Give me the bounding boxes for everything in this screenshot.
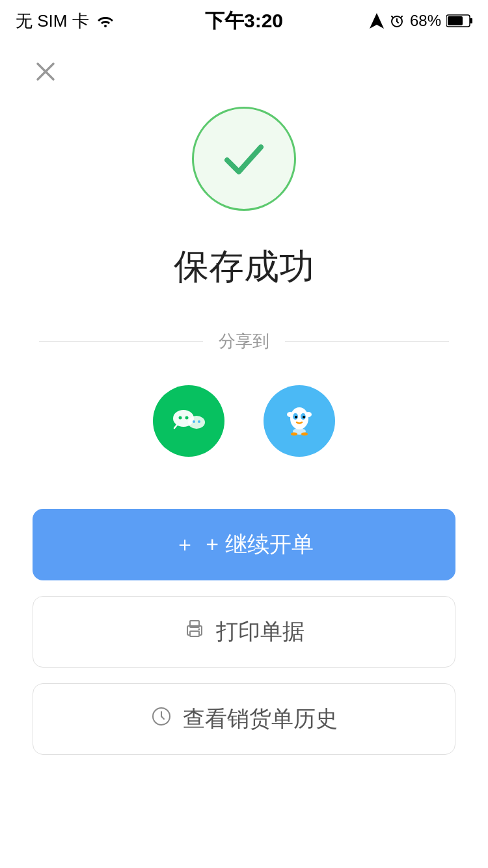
history-label: 查看销货单历史 bbox=[183, 704, 338, 734]
wechat-share-button[interactable] bbox=[153, 385, 224, 457]
svg-point-10 bbox=[193, 420, 195, 423]
svg-point-17 bbox=[303, 416, 305, 418]
main-content: 保存成功 分享到 bbox=[0, 42, 488, 755]
svg-point-25 bbox=[198, 629, 200, 631]
svg-point-21 bbox=[301, 433, 308, 436]
divider-line-right bbox=[285, 341, 449, 342]
share-icons-row bbox=[153, 385, 335, 457]
wifi-icon bbox=[96, 13, 115, 29]
print-icon bbox=[183, 618, 206, 645]
svg-point-12 bbox=[290, 407, 308, 429]
status-right: 68% bbox=[370, 12, 472, 30]
svg-point-9 bbox=[185, 416, 189, 420]
checkmark-icon bbox=[218, 133, 270, 185]
continue-order-label: + 继续开单 bbox=[206, 530, 313, 560]
print-label: 打印单据 bbox=[216, 617, 305, 647]
status-bar: 无 SIM 卡 下午3:20 68% bbox=[0, 0, 488, 42]
close-icon bbox=[34, 60, 57, 83]
status-left: 无 SIM 卡 bbox=[16, 10, 115, 33]
share-label: 分享到 bbox=[203, 330, 285, 353]
success-circle bbox=[192, 107, 296, 211]
svg-point-16 bbox=[295, 416, 297, 418]
battery-icon bbox=[446, 14, 472, 28]
status-time: 下午3:20 bbox=[205, 8, 283, 34]
continue-order-button[interactable]: ＋ + 继续开单 bbox=[33, 509, 455, 580]
plus-icon: ＋ bbox=[174, 530, 195, 559]
success-title: 保存成功 bbox=[174, 243, 314, 291]
history-button[interactable]: 查看销货单历史 bbox=[33, 683, 455, 755]
qq-share-button[interactable] bbox=[264, 385, 335, 457]
svg-rect-3 bbox=[448, 16, 463, 25]
print-button[interactable]: 打印单据 bbox=[33, 596, 455, 668]
svg-point-18 bbox=[287, 412, 293, 417]
no-sim-label: 无 SIM 卡 bbox=[16, 10, 89, 33]
svg-point-11 bbox=[198, 420, 200, 423]
svg-rect-2 bbox=[470, 18, 472, 23]
alarm-icon bbox=[389, 13, 405, 29]
history-icon bbox=[150, 705, 172, 733]
close-button[interactable] bbox=[26, 52, 65, 91]
svg-point-19 bbox=[305, 412, 312, 417]
divider-line-left bbox=[39, 341, 203, 342]
location-icon bbox=[370, 13, 384, 29]
qq-icon bbox=[278, 400, 320, 442]
svg-point-20 bbox=[291, 433, 297, 436]
wechat-icon bbox=[168, 400, 210, 442]
svg-point-7 bbox=[188, 416, 205, 429]
svg-rect-24 bbox=[190, 631, 199, 636]
action-buttons: ＋ + 继续开单 打印单据 查看销货单历史 bbox=[0, 509, 488, 755]
share-divider: 分享到 bbox=[0, 330, 488, 353]
battery-label: 68% bbox=[410, 12, 441, 30]
svg-point-8 bbox=[179, 416, 182, 420]
